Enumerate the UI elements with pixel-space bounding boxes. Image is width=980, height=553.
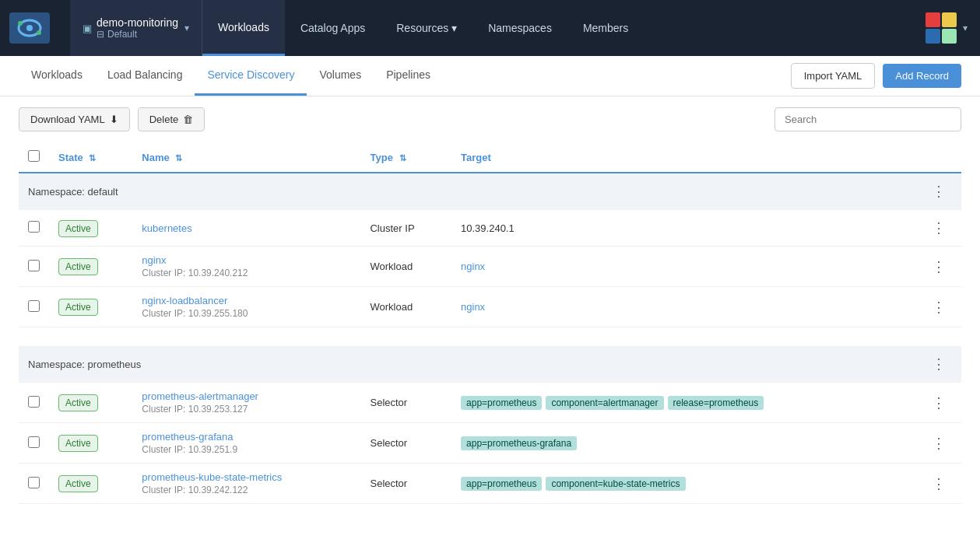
state-cell: Active: [49, 464, 132, 504]
nav-links: Workloads Catalog Apps Resources ▾ Names…: [202, 0, 913, 56]
select-all-checkbox[interactable]: [28, 150, 40, 162]
add-record-button[interactable]: Add Record: [883, 64, 961, 88]
tag-chip: component=alertmanager: [546, 396, 663, 410]
record-subtext: Cluster IP: 10.39.242.122: [142, 485, 351, 495]
row-checkbox[interactable]: [28, 300, 40, 312]
type-cell: Workload: [360, 287, 451, 327]
rancher-logo: [9, 12, 50, 44]
actions-column-header: [916, 142, 961, 173]
row-checkbox[interactable]: [28, 260, 40, 271]
target-link[interactable]: nginx: [461, 301, 485, 313]
row-more-button[interactable]: ⋮: [926, 218, 952, 238]
logo-area: [0, 12, 70, 44]
record-subtext: Cluster IP: 10.39.253.127: [142, 404, 351, 415]
tags-container: app=prometheus-grafana: [461, 435, 907, 452]
project-sub: ⊟ Default: [97, 29, 178, 40]
record-name-link[interactable]: prometheus-grafana: [142, 431, 233, 443]
tag-chip: component=kube-state-metrics: [546, 477, 685, 491]
sub-nav-actions: Import YAML Add Record: [791, 63, 961, 89]
row-actions-cell: ⋮: [916, 247, 961, 287]
table-row: Activeprometheus-alertmanagerCluster IP:…: [19, 383, 961, 423]
table-container: State ⇅ Name ⇅ Type ⇅ Target Namespace: …: [0, 142, 980, 504]
row-more-button[interactable]: ⋮: [926, 257, 952, 277]
state-cell: Active: [49, 423, 132, 464]
toolbar: Download YAML ⬇ Delete 🗑: [0, 96, 980, 142]
record-name-link[interactable]: kubernetes: [142, 222, 191, 234]
record-subtext: Cluster IP: 10.39.251.9: [142, 444, 351, 455]
row-actions-cell: ⋮: [916, 423, 961, 464]
record-name-link[interactable]: nginx: [142, 254, 166, 266]
row-checkbox[interactable]: [28, 436, 40, 448]
type-cell: Cluster IP: [360, 210, 451, 247]
tag-chip: app=prometheus: [461, 477, 542, 491]
row-more-button[interactable]: ⋮: [926, 474, 952, 494]
tab-volumes[interactable]: Volumes: [307, 56, 374, 96]
nav-namespaces[interactable]: Namespaces: [472, 0, 567, 56]
row-actions-cell: ⋮: [916, 464, 961, 504]
row-checkbox[interactable]: [28, 396, 40, 408]
name-column-header[interactable]: Name ⇅: [132, 142, 360, 173]
project-selector[interactable]: ▣ demo-monitoring ⊟ Default ▾: [70, 0, 202, 56]
resources-chevron-icon: ▾: [451, 22, 457, 34]
tag-chip: app=prometheus-grafana: [461, 436, 577, 450]
namespace-row: Namespace: prometheus⋮: [19, 346, 961, 383]
target-link[interactable]: nginx: [461, 261, 485, 272]
status-badge: Active: [58, 299, 98, 316]
select-all-header[interactable]: [19, 142, 49, 173]
name-cell: kubernetes: [132, 210, 360, 247]
row-more-button[interactable]: ⋮: [926, 393, 952, 413]
state-cell: Active: [49, 247, 132, 287]
record-name-link[interactable]: prometheus-kube-state-metrics: [142, 471, 282, 483]
download-icon: ⬇: [110, 114, 118, 125]
tab-pipelines[interactable]: Pipelines: [374, 56, 443, 96]
sub-nav: Workloads Load Balancing Service Discove…: [0, 56, 980, 96]
status-badge: Active: [58, 258, 98, 275]
tab-workloads[interactable]: Workloads: [19, 56, 95, 96]
namespace-row: Namespace: default⋮: [19, 173, 961, 210]
service-discovery-table: State ⇅ Name ⇅ Type ⇅ Target Namespace: …: [19, 142, 961, 504]
nav-resources[interactable]: Resources ▾: [381, 0, 472, 56]
row-more-button[interactable]: ⋮: [926, 433, 952, 453]
tags-container: app=prometheuscomponent=alertmanagerrele…: [461, 394, 907, 411]
nav-catalog-apps[interactable]: Catalog Apps: [285, 0, 381, 56]
type-column-header[interactable]: Type ⇅: [360, 142, 451, 173]
target-cell: app=prometheus-grafana: [451, 423, 916, 464]
table-row: Activeprometheus-kube-state-metricsClust…: [19, 464, 961, 504]
row-more-button[interactable]: ⋮: [926, 297, 952, 317]
svg-point-2: [26, 25, 33, 31]
status-badge: Active: [58, 220, 98, 237]
nav-workloads[interactable]: Workloads: [202, 0, 285, 56]
row-actions-cell: ⋮: [916, 210, 961, 247]
namespace-more-button[interactable]: ⋮: [926, 181, 952, 201]
import-yaml-button[interactable]: Import YAML: [791, 63, 876, 89]
row-checkbox[interactable]: [28, 477, 40, 488]
project-chevron-icon: ▾: [184, 23, 189, 33]
type-cell: Selector: [360, 464, 451, 504]
record-name-link[interactable]: prometheus-alertmanager: [142, 390, 258, 402]
sub-nav-tabs: Workloads Load Balancing Service Discove…: [19, 56, 443, 96]
record-subtext: Cluster IP: 10.39.255.180: [142, 308, 351, 319]
state-column-header[interactable]: State ⇅: [49, 142, 132, 173]
tab-load-balancing[interactable]: Load Balancing: [95, 56, 195, 96]
table-row: Activeprometheus-grafanaCluster IP: 10.3…: [19, 423, 961, 464]
state-cell: Active: [49, 383, 132, 423]
row-actions-cell: ⋮: [916, 287, 961, 327]
toolbar-left: Download YAML ⬇ Delete 🗑: [19, 107, 205, 131]
row-actions-cell: ⋮: [916, 383, 961, 423]
type-cell: Selector: [360, 383, 451, 423]
svg-point-3: [18, 21, 23, 26]
avatar[interactable]: [926, 12, 957, 44]
nav-members[interactable]: Members: [567, 0, 644, 56]
name-cell: prometheus-grafanaCluster IP: 10.39.251.…: [132, 423, 360, 464]
search-input[interactable]: [775, 107, 961, 131]
row-checkbox[interactable]: [28, 221, 40, 233]
download-yaml-button[interactable]: Download YAML ⬇: [19, 107, 130, 131]
svg-point-4: [37, 30, 41, 35]
name-cell: nginxCluster IP: 10.39.240.212: [132, 247, 360, 287]
tab-service-discovery[interactable]: Service Discovery: [195, 56, 307, 96]
record-name-link[interactable]: nginx-loadbalancer: [142, 295, 227, 306]
delete-button[interactable]: Delete 🗑: [138, 107, 205, 131]
top-nav: ▣ demo-monitoring ⊟ Default ▾ Workloads …: [0, 0, 980, 56]
namespace-more-button[interactable]: ⋮: [926, 354, 952, 374]
state-sort-icon: ⇅: [89, 153, 96, 163]
